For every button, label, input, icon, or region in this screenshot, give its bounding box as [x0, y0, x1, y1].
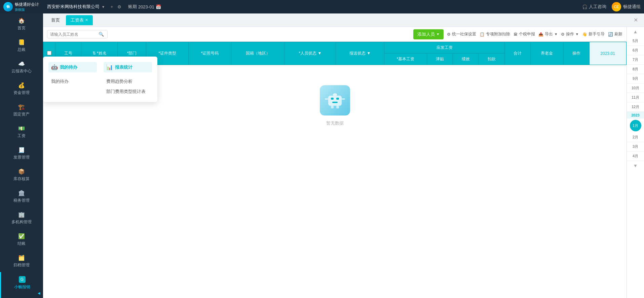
window-close-icon[interactable]: ✕: [631, 15, 641, 25]
dropdown-columns: 🤖 我的待办 我的待办 📊: [48, 62, 152, 97]
timeline-month-7[interactable]: 7月: [627, 55, 644, 65]
tab-salary[interactable]: 工资表 ✕: [66, 15, 93, 25]
timeline-month-4[interactable]: 4月: [627, 152, 644, 161]
timeline-nav-down[interactable]: ▼: [627, 161, 644, 170]
sidebar-item-tax[interactable]: 🏛️ 税务管理: [0, 186, 43, 207]
content-right: 🔍 添加人员 ▼ ⚙ 统一社保设置 📋 专项附加扣: [43, 27, 644, 298]
export-label: 导出: [545, 31, 553, 37]
timeline-month-6[interactable]: 6月: [627, 46, 644, 55]
add-person-button[interactable]: 添加人员 ▼: [413, 29, 444, 39]
content-area: 首页 工资表 ✕ ✕ 🔍 添加人员: [43, 13, 644, 298]
sidebar-item-invoice[interactable]: 🧾 发票管理: [0, 143, 43, 164]
refresh-btn[interactable]: 🔄 刷新: [608, 31, 622, 37]
personnel-status-header[interactable]: *人员状态 ▼: [285, 42, 336, 65]
sidebar-item-fund[interactable]: 💰 资金管理: [0, 78, 43, 100]
timeline-month-2[interactable]: 2月: [627, 133, 644, 142]
archive-icon: 🗂️: [18, 255, 25, 261]
expense-trend-label: 费用趋势分析: [106, 79, 132, 84]
dropdown-item-dept-expense[interactable]: 部门费用类型统计表: [104, 87, 152, 97]
svg-rect-6: [325, 98, 328, 100]
tax-icon: 🏛️: [18, 190, 25, 196]
sidebar: 🏠 首页 📒 总账 ☁️ 云报表中心 💰 资金管理 🏗️ 固定资产 💵 工资 🧾…: [0, 13, 43, 298]
salary-icon: 💵: [18, 125, 25, 132]
empty-text: 暂无数据: [326, 120, 344, 126]
sidebar-item-label: 小畅报销: [14, 284, 30, 290]
period-selector[interactable]: 账期 2023-01 📅: [128, 4, 161, 10]
export-btn[interactable]: 📤 导出 ▼: [538, 31, 558, 37]
tab-close-window[interactable]: ✕: [631, 15, 641, 25]
timeline-month-9[interactable]: 9月: [627, 74, 644, 84]
sidebar-item-inventory[interactable]: 📦 库存核算: [0, 164, 43, 186]
social-insurance-icon: ⚙: [447, 32, 451, 37]
social-insurance-btn[interactable]: ⚙ 统一社保设置: [447, 31, 476, 37]
sort-icon: ⇅: [92, 51, 96, 56]
svg-rect-7: [342, 98, 345, 100]
sidebar-item-archive[interactable]: 🗂️ 归档管理: [0, 251, 43, 272]
calendar-icon[interactable]: 📅: [156, 4, 161, 9]
tab-home[interactable]: 首页: [46, 15, 65, 25]
search-box[interactable]: 🔍: [47, 30, 108, 38]
sidebar-item-label: 首页: [17, 25, 26, 31]
top-header: 畅 畅捷通好会计 旗舰版 西安虾米网络科技有限公司 ▼ ＋ ⚙ 账期 2023-…: [0, 0, 644, 13]
sidebar-item-checkout[interactable]: ✅ 结账: [0, 229, 43, 251]
special-deduct-btn[interactable]: 📋 专项附加扣除: [480, 31, 510, 37]
timeline-month-5[interactable]: 5月: [627, 36, 644, 46]
todo-header-icon: 🤖: [51, 64, 58, 70]
timeline-month-8[interactable]: 8月: [627, 65, 644, 74]
sidebar-item-xiao-chang[interactable]: G 小畅报销 ◀: [0, 272, 43, 298]
report-status-header[interactable]: 报送状态 ▼: [336, 42, 384, 65]
sidebar-item-salary[interactable]: 💵 工资: [0, 121, 43, 143]
sidebar-item-label: 云报表中心: [11, 68, 32, 74]
dropdown-header-todo[interactable]: 🤖 我的待办: [48, 62, 97, 72]
search-input[interactable]: [50, 32, 97, 37]
sidebar-item-label: 固定资产: [13, 111, 30, 117]
operation-btn[interactable]: ⚙ 操作 ▼: [561, 31, 579, 37]
refresh-icon: 🔄: [608, 32, 613, 37]
dropdown-item-todo[interactable]: 我的待办: [48, 76, 97, 87]
company-dropdown-icon: ▼: [102, 5, 105, 9]
sidebar-item-label: 库存核算: [13, 176, 30, 182]
user-menu[interactable]: CE 畅捷通组: [612, 2, 641, 11]
timeline-panel: ▲ 5月 6月 7月 8月 9月 10月 11月 12月 2023 1月 2月 …: [627, 27, 644, 298]
add-company-icon[interactable]: ＋: [110, 4, 114, 10]
sidebar-item-multi-org[interactable]: 🏢 多机构管理: [0, 207, 43, 229]
income-tax-btn[interactable]: 🏛 个税申报: [514, 31, 535, 37]
toolbar: 🔍 添加人员 ▼ ⚙ 统一社保设置 📋 专项附加扣: [43, 27, 627, 42]
timeline-nav-up[interactable]: ▲: [627, 27, 644, 36]
timeline-month-10[interactable]: 10月: [627, 84, 644, 93]
checkout-icon: ✅: [18, 233, 25, 239]
logo-text: 畅捷通好会计 旗舰版: [15, 2, 39, 12]
select-all-checkbox[interactable]: [47, 51, 51, 55]
settings-icon[interactable]: ⚙: [117, 4, 121, 9]
sidebar-item-ledger[interactable]: 📒 总账: [0, 35, 43, 57]
sidebar-item-cloud-report[interactable]: ☁️ 云报表中心: [0, 57, 43, 78]
svg-rect-9: [336, 106, 339, 108]
sidebar-item-fixed-assets[interactable]: 🏗️ 固定资产: [0, 100, 43, 121]
dropdown-item-expense-trend[interactable]: 费用趋势分析: [104, 76, 152, 87]
export-icon: 📤: [538, 32, 543, 37]
new-guide-btn[interactable]: 👋 新手引导: [582, 31, 605, 37]
logo-icon: 畅: [3, 2, 13, 11]
svg-rect-0: [328, 96, 342, 106]
period-value: 2023-01: [138, 4, 154, 9]
period-col-header: 2023.01: [589, 42, 626, 65]
dropdown-header-report[interactable]: 📊 报表统计: [104, 62, 152, 72]
sidebar-item-home[interactable]: 🏠 首页: [0, 13, 43, 35]
main-layout: 🏠 首页 📒 总账 ☁️ 云报表中心 💰 资金管理 🏗️ 固定资产 💵 工资 🧾…: [0, 13, 644, 298]
sidebar-item-label: 工资: [17, 133, 26, 139]
company-selector[interactable]: 西安虾米网络科技有限公司 ▼ ＋ ⚙: [47, 4, 121, 10]
timeline-month-3[interactable]: 3月: [627, 142, 644, 152]
total-header: 合计: [504, 42, 530, 65]
sidebar-item-label: 发票管理: [13, 155, 30, 160]
guide-icon: 👋: [582, 32, 587, 37]
timeline-month-11[interactable]: 11月: [627, 93, 644, 102]
income-tax-label: 个税申报: [519, 31, 535, 37]
invoice-icon: 🧾: [18, 147, 25, 153]
social-insurance-label: 统一社保设置: [452, 31, 476, 37]
timeline-month-1-active[interactable]: 1月: [630, 120, 641, 131]
tab-close-icon[interactable]: ✕: [85, 18, 88, 22]
operations-header: 操作: [563, 42, 589, 65]
customer-service-btn[interactable]: 🎧 人工咨询: [582, 4, 606, 10]
timeline-month-12[interactable]: 12月: [627, 102, 644, 112]
operation-icon: ⚙: [561, 32, 565, 37]
